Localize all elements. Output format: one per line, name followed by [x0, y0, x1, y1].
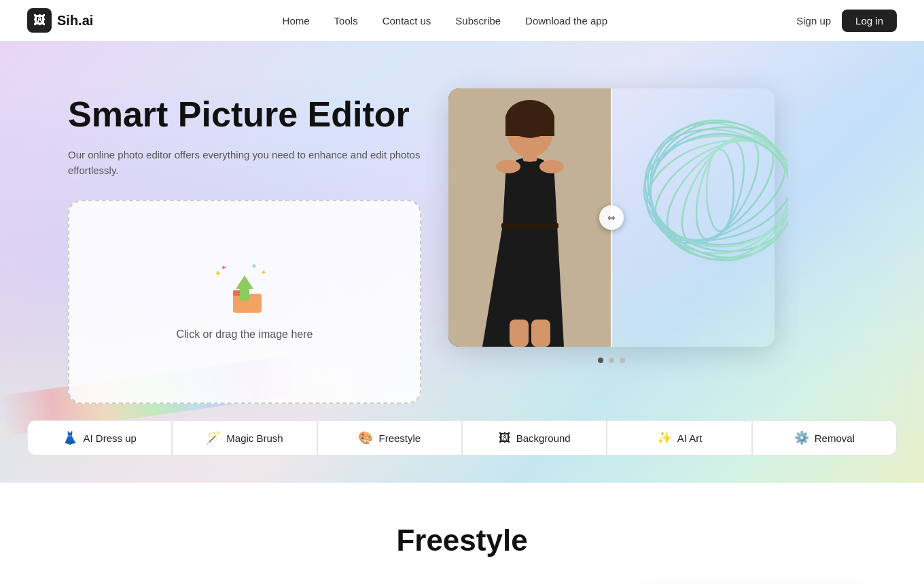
nav-home[interactable]: Home — [283, 15, 310, 27]
svg-text:✦: ✦ — [260, 268, 267, 277]
compare-left-image — [448, 88, 611, 347]
compare-handle[interactable]: ⇔ — [599, 205, 624, 230]
svg-line-26 — [516, 160, 523, 162]
tool-buttons-bar: 👗 AI Dress up 🪄 Magic Brush 🎨 Freestyle … — [0, 420, 924, 456]
svg-rect-24 — [505, 116, 554, 136]
dot-1[interactable] — [598, 358, 603, 363]
upload-text: Click or drag the image here — [177, 328, 313, 341]
tool-background[interactable]: 🖼 Background — [462, 420, 607, 456]
nav-right: Sign up Log in — [796, 10, 897, 32]
svg-line-27 — [537, 160, 544, 162]
signin-button[interactable]: Sign up — [796, 15, 831, 27]
freestyle-section: Freestyle — [0, 483, 924, 584]
dot-3[interactable] — [620, 358, 625, 363]
tool-ai-dress-up[interactable]: 👗 AI Dress up — [27, 420, 172, 456]
svg-rect-28 — [501, 223, 558, 228]
svg-text:✦: ✦ — [221, 264, 226, 271]
logo-icon: 🖼 — [27, 8, 52, 33]
svg-rect-30 — [531, 320, 550, 347]
nav-download[interactable]: Download the app — [525, 15, 607, 27]
background-label: Background — [516, 432, 571, 444]
nav-links: Home Tools Contact us Subscribe Download… — [283, 15, 607, 27]
svg-rect-29 — [510, 320, 529, 347]
section-title: Freestyle — [54, 523, 870, 557]
nav-subscribe[interactable]: Subscribe — [455, 15, 501, 27]
logo[interactable]: 🖼 Sih.ai — [27, 8, 93, 33]
tool-ai-art[interactable]: ✨ AI Art — [607, 420, 751, 456]
logo-text: Sih.ai — [57, 13, 93, 29]
background-icon: 🖼 — [499, 431, 511, 445]
hero-description: Our online photo editor offers everythin… — [68, 148, 421, 178]
freestyle-label: Freestyle — [378, 432, 421, 444]
removal-label: Removal — [815, 432, 855, 444]
freestyle-icon: 🎨 — [358, 430, 373, 445]
hero-content: Smart Picture Editor Our online photo ed… — [0, 41, 924, 404]
ai-art-icon: ✨ — [657, 430, 672, 445]
ai-dress-up-label: AI Dress up — [83, 432, 136, 444]
login-button[interactable]: Log in — [842, 10, 897, 32]
hero-title: Smart Picture Editor — [68, 95, 421, 134]
tool-magic-brush[interactable]: 🪄 Magic Brush — [172, 420, 317, 456]
image-comparison[interactable]: ⇔ — [448, 88, 775, 347]
magic-brush-icon: 🪄 — [206, 430, 221, 445]
hero-right: ⇔ — [448, 82, 775, 363]
removal-icon: ⚙️ — [794, 430, 809, 445]
nav-contact[interactable]: Contact us — [383, 15, 431, 27]
dot-2[interactable] — [609, 358, 614, 363]
upload-icon: ✦ ✦ ✦ ✦ — [214, 263, 275, 317]
carousel-dots — [448, 358, 775, 363]
svg-point-31 — [496, 160, 520, 173]
ai-art-label: AI Art — [677, 432, 703, 444]
tool-removal[interactable]: ⚙️ Removal — [752, 420, 897, 456]
svg-point-32 — [539, 160, 564, 173]
navbar: 🖼 Sih.ai Home Tools Contact us Subscribe… — [0, 0, 924, 41]
svg-text:✦: ✦ — [251, 263, 257, 270]
tool-freestyle[interactable]: 🎨 Freestyle — [317, 420, 462, 456]
hero-left: Smart Picture Editor Our online photo ed… — [68, 82, 421, 404]
hero-section: Smart Picture Editor Our online photo ed… — [0, 41, 924, 483]
nav-tools[interactable]: Tools — [334, 15, 358, 27]
ai-dress-up-icon: 👗 — [63, 430, 77, 445]
upload-box[interactable]: ✦ ✦ ✦ ✦ Click or drag the image here — [68, 200, 421, 404]
magic-brush-label: Magic Brush — [226, 432, 283, 444]
